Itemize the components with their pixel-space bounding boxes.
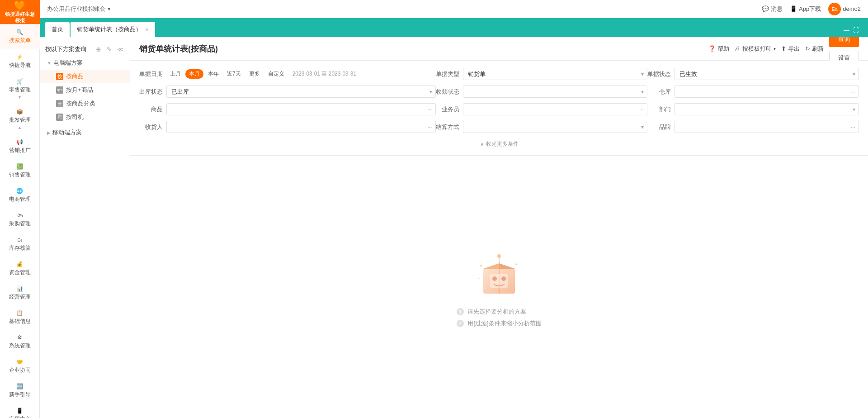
settle-select[interactable] <box>463 121 647 133</box>
maximize-icon[interactable]: ⛶ <box>853 27 859 33</box>
salesman-ellipsis-icon[interactable]: ··· <box>639 106 644 113</box>
add-plan-icon[interactable]: ⊕ <box>94 45 103 53</box>
tab-home-label: 首页 <box>52 25 63 33</box>
print-btn[interactable]: 🖨 按模板打印 ▾ <box>735 45 776 53</box>
filter-row-3: 商品 ··· 业务员 ··· 部门 <box>139 103 859 115</box>
by-category-label: 按商品分类 <box>66 100 95 108</box>
ecom-icon: 🌐 <box>16 188 23 194</box>
date-tab-custom[interactable]: 自定义 <box>264 69 288 79</box>
goods-ellipsis-icon[interactable]: ··· <box>428 106 432 113</box>
date-tab-thismonth[interactable]: 本月 <box>185 69 203 79</box>
date-tab-last7days[interactable]: 近7天 <box>223 69 245 79</box>
tree-item-by-goods[interactable]: 按 按商品 <box>40 70 130 83</box>
wholesale-icon: 📦 <box>16 109 23 115</box>
receiver-input-wrap: ··· <box>166 121 436 133</box>
filter-outstatus: 出库状态 已出库 <box>139 86 436 98</box>
receiver-input[interactable] <box>166 121 436 133</box>
filter-settle: 结算方式 <box>436 121 647 133</box>
tree-section-mobile[interactable]: ▶ 移动端方案 <box>40 126 130 139</box>
sidebar-system-label: 系统管理 <box>9 342 31 350</box>
date-tab-thisyear[interactable]: 本年 <box>204 69 222 79</box>
sidebar-marketing-label: 营销推广 <box>9 147 31 154</box>
date-tab-more[interactable]: 更多 <box>245 69 264 79</box>
minimize-icon[interactable]: — <box>844 27 849 33</box>
empty-tip-1: 1 请先选择要分析的方案 <box>457 308 541 316</box>
collapse-panel-icon[interactable]: ≪ <box>116 45 124 53</box>
tab-expand[interactable]: — ⛶ <box>840 23 863 37</box>
sidebar-item-operation[interactable]: 📊 经营管理 <box>0 281 40 305</box>
edit-plan-icon[interactable]: ✎ <box>105 45 113 53</box>
app-download-btn[interactable]: 📱 App下载 <box>790 5 821 13</box>
app-logo[interactable]: 🧡 畅捷通好生意 标报 <box>0 0 40 24</box>
filter-docstatus: 单据状态 已生效 <box>647 68 859 80</box>
collapse-bar[interactable]: ∧ 收起更多条件 <box>139 138 859 152</box>
brand-ellipsis-icon[interactable]: ··· <box>851 124 855 130</box>
help-btn[interactable]: ❓ 帮助 <box>708 45 729 53</box>
retail-arrow-icon: ▼ <box>18 95 22 100</box>
sidebar-item-enterprise[interactable]: 🤝 企业协同 <box>0 354 40 379</box>
sidebar-item-ecom[interactable]: 🌐 电商管理 <box>0 183 40 208</box>
sidebar-item-inventory[interactable]: 🗂 库存核算 <box>0 232 40 256</box>
logo-icon: 🧡 <box>14 0 25 11</box>
date-picker: 上月 本月 本年 近7天 更多 自定义 2023-03-01 至 2023-03… <box>166 69 436 79</box>
tree-section-desktop[interactable]: ▼ 电脑端方案 <box>40 56 130 70</box>
date-tab-lastmonth[interactable]: 上月 <box>166 69 184 79</box>
brand-input[interactable] <box>675 121 859 133</box>
goods-label: 商品 <box>139 105 166 114</box>
sidebar-item-sales[interactable]: 💹 销售管理 <box>0 159 40 183</box>
doctype-select-wrap: 销货单 <box>463 68 647 80</box>
refresh-btn[interactable]: ↻ 刷新 <box>805 45 824 53</box>
sidebar-ecom-label: 电商管理 <box>9 195 31 203</box>
sidebar-item-wholesale[interactable]: 📦 批发管理 ▲ <box>0 104 40 134</box>
sidebar-quicknav-label: 快捷导航 <box>9 62 31 69</box>
tree-item-by-month-goods[interactable]: m+ 按月+商品 <box>40 83 130 97</box>
docstatus-select-wrap: 已生效 <box>675 68 859 80</box>
by-month-goods-icon: m+ <box>56 86 63 94</box>
sidebar-sales-label: 销售管理 <box>9 171 31 179</box>
docstatus-select[interactable]: 已生效 <box>675 68 859 80</box>
tree-item-by-cashier[interactable]: 司 按司机 <box>40 110 130 124</box>
svg-text:✦: ✦ <box>479 263 483 269</box>
doctype-select[interactable]: 销货单 <box>463 68 647 80</box>
tree-item-by-category[interactable]: 分 按商品分类 <box>40 97 130 110</box>
dept-select[interactable] <box>675 103 859 115</box>
sidebar-item-marketing[interactable]: 📢 营销推广 <box>0 134 40 159</box>
receiver-ellipsis-icon[interactable]: ··· <box>428 124 432 130</box>
filter-collectstatus: 收款状态 <box>436 86 647 98</box>
svg-point-6 <box>501 276 506 281</box>
sidebar-item-search[interactable]: 🔍 搜索菜单 <box>0 24 40 49</box>
collectstatus-select[interactable] <box>463 86 647 98</box>
industry-selector[interactable]: 办公用品行业模拟账套 ▾ <box>47 5 111 13</box>
sidebar-basic-label: 基础信息 <box>9 318 31 325</box>
sidebar-item-newguide[interactable]: 🆕 新手引导 <box>0 379 40 403</box>
tabbar: 首页 销货单统计表（按商品） ✕ — ⛶ <box>40 18 868 37</box>
export-icon: ⬆ <box>781 45 786 52</box>
salesman-input[interactable] <box>463 103 647 115</box>
tab-sales-stat[interactable]: 销货单统计表（按商品） ✕ <box>71 22 155 37</box>
data-area: ✦ ✦ ✦ 1 请先选择要分析的方案 2 用[过滤]条件来缩小分析范围 <box>130 156 868 418</box>
sidebar-item-quicknav[interactable]: ⚡ 快捷导航 <box>0 49 40 74</box>
user-profile[interactable]: Ea demo2 <box>828 3 861 15</box>
sidebar-item-system[interactable]: ⚙ 系统管理 <box>0 330 40 354</box>
message-btn[interactable]: 💬 消息 <box>762 5 783 13</box>
sidebar-item-basic[interactable]: 📋 基础信息 <box>0 305 40 330</box>
sidebar-item-retail[interactable]: 🛒 零售管理 ▼ <box>0 74 40 104</box>
tab-close-icon[interactable]: ✕ <box>145 27 149 32</box>
dept-select-wrap <box>675 103 859 115</box>
sidebar-item-appcenter[interactable]: 📱 应用中心 <box>0 403 40 418</box>
message-label: 消息 <box>771 5 783 13</box>
sidebar-item-finance[interactable]: 💰 资金管理 <box>0 256 40 281</box>
warehouse-ellipsis-icon[interactable]: ··· <box>851 89 855 95</box>
sidebar-purchase-label: 采购管理 <box>9 220 31 228</box>
date-label: 单据日期 <box>139 70 166 78</box>
export-btn[interactable]: ⬆ 导出 <box>781 45 800 53</box>
warehouse-input[interactable] <box>675 86 859 98</box>
filter-warehouse: 仓库 ··· <box>647 86 859 98</box>
print-icon: 🖨 <box>735 45 741 52</box>
filter-salesman: 业务员 ··· <box>436 103 647 115</box>
goods-input[interactable] <box>166 103 436 115</box>
outstatus-select[interactable]: 已出库 <box>166 86 436 98</box>
sidebar-item-purchase[interactable]: 🛍 采购管理 <box>0 208 40 232</box>
tab-home[interactable]: 首页 <box>45 22 70 37</box>
query-button[interactable]: 查询 <box>829 37 859 47</box>
